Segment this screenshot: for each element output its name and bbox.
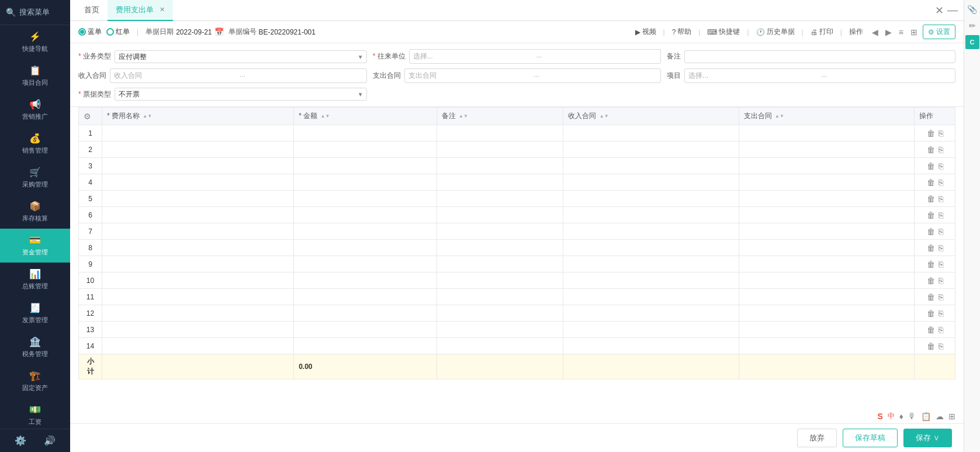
list-view-icon[interactable]: ≡: [897, 27, 905, 37]
calendar-icon[interactable]: 📅: [214, 27, 224, 36]
row-10-copy-icon[interactable]: ⎘: [939, 276, 943, 285]
sidebar-item-tax-mgmt[interactable]: 🏦 税务管理: [0, 330, 70, 364]
row-10-amount[interactable]: [294, 272, 437, 289]
sidebar-item-marketing[interactable]: 📢 营销推广: [0, 93, 70, 127]
row-11-delete-icon[interactable]: 🗑: [927, 292, 935, 302]
radio-blue-bill[interactable]: 蓝单: [78, 27, 102, 37]
income-contract-dots[interactable]: ···: [240, 72, 363, 80]
row-6-amount[interactable]: [294, 207, 437, 223]
row-4-expense-name[interactable]: [102, 174, 294, 191]
sort-remark[interactable]: ▲▼: [459, 113, 468, 119]
row-14-expense-name[interactable]: [102, 338, 294, 354]
row-9-income-contract[interactable]: [563, 256, 739, 272]
table-settings-icon[interactable]: ⚙: [84, 112, 91, 121]
date-value[interactable]: 2022-09-21: [176, 28, 212, 36]
remark-input[interactable]: [684, 50, 955, 63]
sort-expense-contract[interactable]: ▲▼: [775, 113, 784, 119]
expense-contract-input[interactable]: 支出合同 ···: [404, 68, 662, 83]
sidebar-item-accounting[interactable]: 📊 总账管理: [0, 263, 70, 296]
settings-icon[interactable]: ⚙️: [15, 435, 26, 446]
sidebar-search[interactable]: 🔍 搜索菜单: [0, 0, 70, 25]
row-14-income-contract[interactable]: [563, 338, 739, 354]
row-9-copy-icon[interactable]: ⎘: [939, 260, 943, 269]
sidebar-item-fixed-assets[interactable]: 🏗️ 固定资产: [0, 364, 70, 398]
row-12-income-contract[interactable]: [563, 305, 739, 322]
history-btn[interactable]: 🕐 历史单据: [753, 26, 798, 38]
sidebar-item-quick-nav[interactable]: ⚡ 快捷导航: [0, 25, 70, 59]
row-4-income-contract[interactable]: [563, 174, 739, 191]
row-8-income-contract[interactable]: [563, 240, 739, 256]
row-1-remark[interactable]: [437, 125, 563, 142]
row-14-copy-icon[interactable]: ⎘: [939, 341, 943, 351]
row-9-delete-icon[interactable]: 🗑: [927, 260, 935, 269]
row-2-delete-icon[interactable]: 🗑: [927, 145, 935, 154]
row-3-amount[interactable]: [294, 158, 437, 174]
print-btn[interactable]: 🖨 打印: [807, 26, 837, 38]
row-13-remark[interactable]: [437, 322, 563, 338]
row-8-remark[interactable]: [437, 240, 563, 256]
row-6-income-contract[interactable]: [563, 207, 739, 223]
row-6-delete-icon[interactable]: 🗑: [927, 211, 935, 220]
sidebar-item-sales-mgmt[interactable]: 💰 销售管理: [0, 127, 70, 161]
row-11-amount[interactable]: [294, 289, 437, 305]
row-7-delete-icon[interactable]: 🗑: [927, 227, 935, 236]
row-8-expense-contract[interactable]: [739, 240, 914, 256]
row-1-expense-contract[interactable]: [739, 125, 914, 142]
right-edit-icon[interactable]: ✏: [965, 19, 979, 33]
project-input[interactable]: 选择... ···: [684, 68, 955, 83]
row-2-expense-name[interactable]: [102, 142, 294, 158]
counterpart-input[interactable]: 选择... ···: [409, 49, 662, 64]
row-4-expense-contract[interactable]: [739, 174, 914, 191]
row-8-expense-name[interactable]: [102, 240, 294, 256]
row-2-remark[interactable]: [437, 142, 563, 158]
row-2-income-contract[interactable]: [563, 142, 739, 158]
row-7-expense-name[interactable]: [102, 223, 294, 240]
operations-btn[interactable]: 操作: [846, 26, 867, 38]
row-4-remark[interactable]: [437, 174, 563, 191]
row-6-remark[interactable]: [437, 207, 563, 223]
save-button[interactable]: 保存 ∨: [903, 429, 952, 447]
row-5-remark[interactable]: [437, 191, 563, 207]
row-7-income-contract[interactable]: [563, 223, 739, 240]
row-12-expense-name[interactable]: [102, 305, 294, 322]
save-draft-button[interactable]: 保存草稿: [843, 429, 898, 447]
tab-minimize[interactable]: —: [947, 4, 958, 16]
row-7-remark[interactable]: [437, 223, 563, 240]
set-button[interactable]: ⚙ 设置: [923, 25, 955, 39]
sort-income-contract[interactable]: ▲▼: [600, 113, 609, 119]
row-9-amount[interactable]: [294, 256, 437, 272]
row-2-amount[interactable]: [294, 142, 437, 158]
sidebar-item-invoice-mgmt[interactable]: 🧾 发票管理: [0, 296, 70, 330]
invoice-type-select[interactable]: 不开票: [115, 88, 367, 101]
row-12-amount[interactable]: [294, 305, 437, 322]
row-1-delete-icon[interactable]: 🗑: [927, 129, 935, 138]
row-9-remark[interactable]: [437, 256, 563, 272]
row-3-copy-icon[interactable]: ⎘: [939, 161, 943, 171]
sort-expense-name[interactable]: ▲▼: [143, 113, 152, 119]
row-4-delete-icon[interactable]: 🗑: [927, 178, 935, 187]
row-14-amount[interactable]: [294, 338, 437, 354]
row-12-remark[interactable]: [437, 305, 563, 322]
video-btn[interactable]: ▶ 视频: [632, 26, 660, 38]
dots-icon[interactable]: ···: [536, 53, 657, 61]
row-13-amount[interactable]: [294, 322, 437, 338]
row-11-copy-icon[interactable]: ⎘: [939, 292, 943, 302]
row-14-delete-icon[interactable]: 🗑: [927, 341, 935, 351]
row-13-expense-contract[interactable]: [739, 322, 914, 338]
sidebar-item-inventory[interactable]: 📦 库存核算: [0, 195, 70, 229]
row-4-amount[interactable]: [294, 174, 437, 191]
row-1-expense-name[interactable]: [102, 125, 294, 142]
row-10-expense-contract[interactable]: [739, 272, 914, 289]
row-8-copy-icon[interactable]: ⎘: [939, 243, 943, 253]
row-12-copy-icon[interactable]: ⎘: [939, 309, 943, 318]
nav-left-icon[interactable]: ◀: [870, 27, 880, 37]
tab-expense-bill[interactable]: 费用支出单 ✕: [108, 0, 173, 21]
row-14-expense-contract[interactable]: [739, 338, 914, 354]
row-5-delete-icon[interactable]: 🗑: [927, 194, 935, 203]
row-3-income-contract[interactable]: [563, 158, 739, 174]
row-7-copy-icon[interactable]: ⎘: [939, 227, 943, 236]
tab-close-icon[interactable]: ✕: [160, 6, 165, 13]
discard-button[interactable]: 放弃: [797, 429, 837, 447]
row-2-expense-contract[interactable]: [739, 142, 914, 158]
row-1-copy-icon[interactable]: ⎘: [939, 129, 943, 138]
